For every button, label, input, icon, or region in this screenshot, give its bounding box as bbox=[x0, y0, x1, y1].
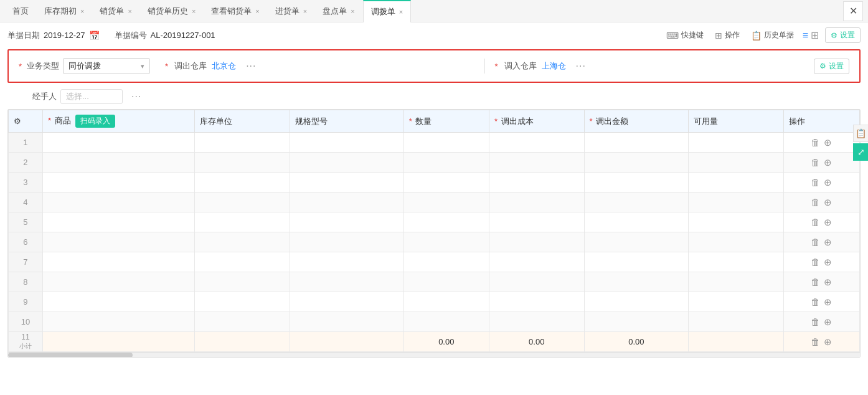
copy-row-1-icon[interactable]: ⊕ bbox=[824, 137, 832, 148]
row-unit-9[interactable] bbox=[195, 292, 290, 312]
row-amount-2[interactable] bbox=[584, 153, 689, 173]
row-product-8[interactable] bbox=[42, 272, 194, 292]
row-unit-2[interactable] bbox=[195, 153, 290, 173]
delete-row-1-icon[interactable]: 🗑 bbox=[811, 137, 820, 148]
tab-purchase-order[interactable]: 进货单 × bbox=[268, 0, 315, 22]
row-amount-3[interactable] bbox=[584, 173, 689, 193]
row-product-3[interactable] bbox=[42, 173, 194, 193]
horizontal-scrollbar[interactable] bbox=[8, 352, 860, 357]
row-cost-5[interactable] bbox=[489, 212, 584, 232]
scrollbar-thumb[interactable] bbox=[8, 353, 133, 358]
row-cost-2[interactable] bbox=[489, 153, 584, 173]
history-button[interactable]: 📋 历史单据 bbox=[748, 29, 796, 42]
close-tab-sales-order[interactable]: × bbox=[128, 7, 131, 15]
delete-icon[interactable]: 🗑 bbox=[811, 336, 820, 347]
row-unit-8[interactable] bbox=[195, 272, 290, 292]
tab-sales-order[interactable]: 销货单 × bbox=[92, 0, 139, 22]
row-amount-7[interactable] bbox=[584, 252, 689, 272]
row-qty-2[interactable] bbox=[403, 153, 489, 173]
row-cost-1[interactable] bbox=[489, 133, 584, 153]
list-view-icon[interactable]: ⊞ bbox=[811, 29, 819, 41]
delete-row-4-icon[interactable]: 🗑 bbox=[811, 197, 820, 207]
tab-sales-history[interactable]: 销货单历史 × bbox=[140, 0, 204, 22]
row-amount-10[interactable] bbox=[584, 312, 689, 332]
row-qty-7[interactable] bbox=[403, 252, 489, 272]
tab-inventory-init[interactable]: 库存期初 × bbox=[37, 0, 92, 22]
copy-icon[interactable]: ⊕ bbox=[824, 336, 832, 348]
warehouse-out-more-button[interactable]: ··· bbox=[246, 60, 256, 72]
row-product-2[interactable] bbox=[42, 153, 194, 173]
copy-row-7-icon[interactable]: ⊕ bbox=[824, 257, 832, 268]
copy-row-6-icon[interactable]: ⊕ bbox=[824, 237, 832, 248]
copy-row-4-icon[interactable]: ⊕ bbox=[824, 197, 832, 208]
row-product-4[interactable] bbox=[42, 193, 194, 212]
close-tab-inventory-init[interactable]: × bbox=[80, 7, 84, 15]
delete-row-8-icon[interactable]: 🗑 bbox=[811, 277, 820, 287]
row-product-10[interactable] bbox=[42, 312, 194, 332]
row-cost-4[interactable] bbox=[489, 193, 584, 212]
row-qty-10[interactable] bbox=[403, 312, 489, 332]
row-qty-9[interactable] bbox=[403, 292, 489, 312]
row-product-6[interactable] bbox=[42, 232, 194, 252]
right-panel-expand-button[interactable]: ⤢ bbox=[853, 143, 868, 161]
row-spec-3[interactable] bbox=[290, 173, 403, 193]
row-product-1[interactable] bbox=[42, 133, 194, 153]
close-tab-transfer-order[interactable]: × bbox=[399, 8, 403, 16]
row-qty-1[interactable] bbox=[403, 133, 489, 153]
row-product-9[interactable] bbox=[42, 292, 194, 312]
close-tab-purchase-order[interactable]: × bbox=[303, 7, 307, 15]
row-product-7[interactable] bbox=[42, 252, 194, 272]
tab-inventory-check[interactable]: 盘点单 × bbox=[315, 0, 362, 22]
row-spec-5[interactable] bbox=[290, 212, 403, 232]
handler-more-button[interactable]: ··· bbox=[131, 91, 141, 102]
delete-row-3-icon[interactable]: 🗑 bbox=[811, 177, 820, 188]
warehouse-settings-button[interactable]: ⚙ 设置 bbox=[814, 59, 849, 74]
delete-row-9-icon[interactable]: 🗑 bbox=[811, 297, 820, 307]
row-spec-9[interactable] bbox=[290, 292, 403, 312]
row-cost-6[interactable] bbox=[489, 232, 584, 252]
row-amount-5[interactable] bbox=[584, 212, 689, 232]
row-cost-3[interactable] bbox=[489, 173, 584, 193]
row-spec-10[interactable] bbox=[290, 312, 403, 332]
warehouse-out-value[interactable]: 北京仓 bbox=[212, 60, 236, 72]
delete-row-7-icon[interactable]: 🗑 bbox=[811, 257, 820, 267]
settings-button[interactable]: ⚙ 设置 bbox=[825, 27, 861, 43]
row-cost-10[interactable] bbox=[489, 312, 584, 332]
delete-row-10-icon[interactable]: 🗑 bbox=[811, 316, 820, 327]
grid-view-icon[interactable]: ≡ bbox=[803, 30, 808, 41]
row-spec-7[interactable] bbox=[290, 252, 403, 272]
scan-entry-button[interactable]: 扫码录入 bbox=[75, 115, 115, 128]
row-spec-8[interactable] bbox=[290, 272, 403, 292]
row-qty-4[interactable] bbox=[403, 193, 489, 212]
copy-row-9-icon[interactable]: ⊕ bbox=[824, 297, 832, 308]
close-tab-inventory-check[interactable]: × bbox=[351, 7, 354, 15]
copy-row-5-icon[interactable]: ⊕ bbox=[824, 217, 832, 228]
row-unit-1[interactable] bbox=[195, 133, 290, 153]
row-qty-3[interactable] bbox=[403, 173, 489, 193]
delete-row-6-icon[interactable]: 🗑 bbox=[811, 237, 820, 247]
row-spec-2[interactable] bbox=[290, 153, 403, 173]
table-scroll-container[interactable]: ⚙ 商品 扫码录入 库存单位 规格型号 bbox=[8, 110, 860, 352]
warehouse-in-more-button[interactable]: ··· bbox=[576, 60, 586, 72]
tab-bar-close-button[interactable]: ✕ bbox=[843, 1, 863, 21]
row-amount-9[interactable] bbox=[584, 292, 689, 312]
row-qty-6[interactable] bbox=[403, 232, 489, 252]
row-amount-6[interactable] bbox=[584, 232, 689, 252]
row-cost-9[interactable] bbox=[489, 292, 584, 312]
row-product-5[interactable] bbox=[42, 212, 194, 232]
copy-row-8-icon[interactable]: ⊕ bbox=[824, 277, 832, 288]
delete-row-2-icon[interactable]: 🗑 bbox=[811, 157, 820, 168]
close-tab-sales-history[interactable]: × bbox=[192, 7, 196, 15]
row-amount-1[interactable] bbox=[584, 133, 689, 153]
row-unit-3[interactable] bbox=[195, 173, 290, 193]
row-spec-1[interactable] bbox=[290, 133, 403, 153]
row-qty-8[interactable] bbox=[403, 272, 489, 292]
row-amount-8[interactable] bbox=[584, 272, 689, 292]
row-cost-7[interactable] bbox=[489, 252, 584, 272]
right-panel-note-button[interactable]: 📋 bbox=[853, 125, 868, 142]
copy-row-10-icon[interactable]: ⊕ bbox=[824, 316, 832, 328]
row-spec-4[interactable] bbox=[290, 193, 403, 212]
row-unit-4[interactable] bbox=[195, 193, 290, 212]
copy-row-2-icon[interactable]: ⊕ bbox=[824, 157, 832, 168]
warehouse-in-value[interactable]: 上海仓 bbox=[542, 60, 566, 72]
